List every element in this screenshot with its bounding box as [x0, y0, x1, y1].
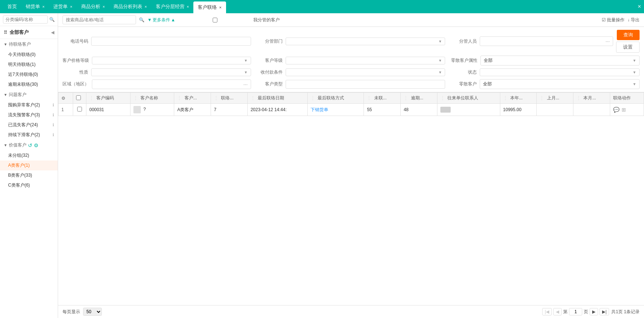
page-number-input[interactable]: [569, 308, 582, 315]
nav-purchase[interactable]: 进货单 ×: [49, 0, 76, 13]
search-button[interactable]: 🔍: [139, 17, 144, 22]
sidebar-item-c-class[interactable]: C类客户(6): [0, 180, 58, 190]
filter-icon: ▼: [147, 17, 152, 22]
close-all-btn[interactable]: ×: [638, 3, 641, 10]
nav-customer-segment[interactable]: 客户分层经营 ×: [151, 0, 193, 13]
sidebar-item-declining[interactable]: 持续下滑客户(2) ℹ: [0, 130, 58, 140]
filter-row-customer-type: 客户类型: [257, 79, 446, 89]
filter-row-status: 状态 ▼: [451, 68, 640, 76]
export-icon: ↓: [627, 17, 630, 22]
chevron-down-icon-4: ▼: [633, 59, 636, 63]
sidebar-item-today[interactable]: 今天待联络(0): [0, 50, 58, 60]
sidebar-group-problem-title[interactable]: ▼ 问题客户: [0, 89, 58, 100]
grid-action-icon[interactable]: ⊞: [622, 107, 626, 113]
nav-customer-contact[interactable]: 客户联络 ×: [193, 1, 226, 13]
sidebar-item-churned[interactable]: 已流失客户(24) ℹ: [0, 120, 58, 130]
nav-analysis[interactable]: 商品分析 ×: [77, 0, 109, 13]
sidebar: 🔍 ⠿ 全部客户 ◀ ▼ 待联络客户 今天待联络(0) 明天待联络(1) 近7天…: [0, 13, 58, 318]
filter-customer-grade-select[interactable]: ▼: [286, 57, 446, 64]
more-icon[interactable]: ···: [605, 38, 610, 44]
sidebar-item-7days[interactable]: 近7天待联络(0): [0, 70, 58, 80]
sidebar-all-customers[interactable]: ⠿ 全部客户 ◀: [0, 26, 58, 39]
export-btn[interactable]: ↓ 导出: [627, 17, 640, 23]
nav-analysis-list-close[interactable]: ×: [144, 4, 147, 9]
filter-retail-attr-select[interactable]: 全部 ▼: [480, 56, 640, 66]
sidebar-group-value-title[interactable]: ▼ 价值客户 ↺ ⚙: [0, 140, 58, 151]
next-page-btn[interactable]: ▶: [590, 308, 598, 315]
filter-region-select[interactable]: ···: [92, 80, 251, 89]
th-settings: ⚙: [58, 93, 73, 104]
last-method-link[interactable]: 下销货单: [311, 107, 328, 112]
nav-sales-close[interactable]: ×: [42, 4, 44, 9]
batch-operation-btn[interactable]: ☑ 批量操作: [602, 17, 625, 23]
row-checkbox[interactable]: [77, 107, 82, 112]
row-contact-count: 7: [211, 104, 247, 116]
th-this-month: ⋮ 本月...: [573, 93, 610, 104]
filter-price-grade-select[interactable]: ▼: [92, 57, 251, 64]
per-page-select[interactable]: 50 100 200: [83, 308, 102, 316]
column-settings-icon[interactable]: ⚙: [61, 96, 65, 101]
filter-status-select[interactable]: ▼: [480, 68, 640, 76]
info-icon-3: ℹ: [53, 123, 54, 127]
nav-analysis-close[interactable]: ×: [103, 4, 105, 9]
th-code: ⋮ 客户编码: [86, 93, 130, 104]
per-page-label: 每页显示: [62, 309, 80, 315]
drag-handle-thismonth: ⋮: [576, 95, 581, 100]
more-filter-btn[interactable]: ▼ 更多条件 ▲: [147, 17, 175, 23]
drag-handle-code: ⋮: [89, 95, 94, 100]
table-row: 1 000031 ? A类客户 7 2023-04-12 14:44:: [58, 104, 644, 116]
sidebar-item-tomorrow[interactable]: 明天待联络(1): [0, 60, 58, 70]
last-page-btn[interactable]: ▶|: [600, 308, 609, 315]
sidebar-group-problem: ▼ 问题客户 囤购异常客户(2) ℹ 流失预警客户(3) ℹ 已流失客户(24)…: [0, 89, 58, 140]
filter-label-dept: 分管部门: [257, 38, 283, 45]
page-label-prefix: 第: [563, 309, 568, 315]
sidebar-search-input[interactable]: [3, 15, 48, 24]
table-container: ⚙ ⋮ 客户编码 ⋮ 客户名称: [58, 92, 644, 305]
query-button[interactable]: 查询: [617, 30, 640, 40]
arrow-down-icon-3: ▼: [4, 143, 7, 147]
search-input[interactable]: [62, 15, 136, 24]
filter-label-phone: 电话号码: [62, 38, 88, 45]
sidebar-item-ungrouped[interactable]: 未分组(32): [0, 151, 58, 160]
nav-purchase-close[interactable]: ×: [70, 4, 72, 9]
sidebar-group-pending-title[interactable]: ▼ 待联络客户: [0, 39, 58, 50]
first-page-btn[interactable]: |◀: [542, 308, 552, 315]
row-this-year: 10995.00: [500, 104, 537, 116]
chevron-down-icon-8: ▼: [633, 82, 636, 86]
filter-person-select[interactable]: ···: [480, 36, 613, 46]
sidebar-item-abnormal[interactable]: 囤购异常客户(2) ℹ: [0, 100, 58, 110]
filter-dept-select[interactable]: ▼: [286, 38, 446, 45]
filter-customer-type-input[interactable]: [286, 80, 446, 89]
filter-label-customer-grade: 客户等级: [257, 57, 283, 64]
my-customer-filter[interactable]: 我分管的客户: [178, 17, 280, 23]
filter-label-retail-attr: 零散客户属性: [451, 57, 477, 64]
filter-payment-select[interactable]: ▼: [286, 68, 446, 76]
filter-label-person: 分管人员: [451, 38, 477, 45]
sidebar-search-icon[interactable]: 🔍: [49, 17, 55, 22]
nav-customer-contact-close[interactable]: ×: [219, 5, 221, 10]
my-customer-checkbox[interactable]: [178, 18, 252, 22]
th-last-date: ⋮ 最后联络日期: [247, 93, 307, 104]
filter-phone-input[interactable]: [91, 37, 251, 46]
th-this-year: ⋮ 本年...: [500, 93, 537, 104]
refresh-icon[interactable]: ↺: [28, 142, 32, 148]
nav-home[interactable]: 首页: [3, 0, 21, 13]
nav-analysis-list[interactable]: 商品分析列表 ×: [109, 0, 151, 13]
set-button[interactable]: 设置: [616, 42, 640, 53]
prev-page-btn[interactable]: ◀: [553, 308, 562, 315]
nav-customer-segment-close[interactable]: ×: [187, 4, 189, 9]
row-actions: 💬 ⊞: [610, 104, 644, 116]
select-all-checkbox[interactable]: [76, 95, 81, 100]
settings-small-icon[interactable]: ⚙: [34, 142, 39, 148]
chat-action-icon[interactable]: 💬: [613, 107, 619, 113]
row-last-date: 2023-04-12 14:44:: [247, 104, 307, 116]
more-icon-2[interactable]: ···: [243, 81, 248, 87]
filter-retail-select[interactable]: 全部 ▼: [480, 79, 640, 89]
sidebar-item-overdue[interactable]: 逾期未联络(30): [0, 80, 58, 89]
filter-nature-select[interactable]: ▼: [91, 68, 251, 76]
sidebar-item-a-class[interactable]: A类客户(1): [0, 160, 58, 170]
sidebar-item-churn-warning[interactable]: 流失预警客户(3) ℹ: [0, 110, 58, 120]
sidebar-item-b-class[interactable]: B类客户(33): [0, 170, 58, 180]
nav-sales[interactable]: 销货单 ×: [21, 0, 49, 13]
sidebar-collapse-icon[interactable]: ◀: [51, 30, 54, 35]
